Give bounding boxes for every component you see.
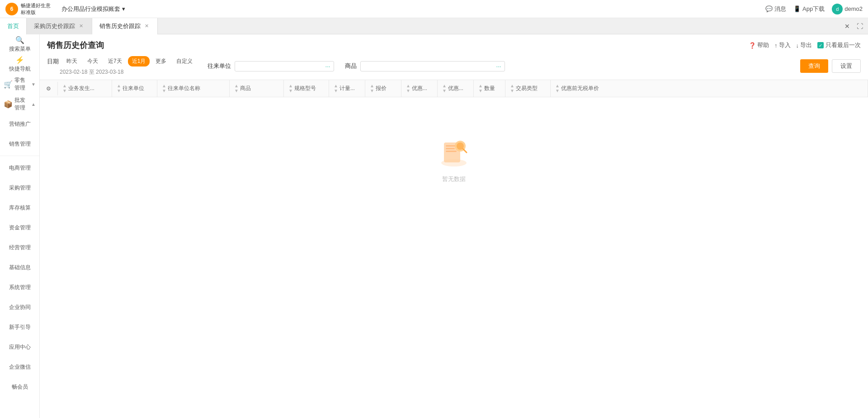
sort-unit-icon: ▲▼ <box>334 84 338 93</box>
tab-purchase-history[interactable]: 采购历史价跟踪 ✕ <box>27 18 92 34</box>
tabbar: 首页 采购历史价跟踪 ✕ 销售历史价跟踪 ✕ ✕ ⛶ <box>0 18 868 34</box>
th-quote-label: 报价 <box>376 85 387 92</box>
date-btn-today[interactable]: 今天 <box>83 56 102 66</box>
only-last-checkbox[interactable]: ✓ <box>817 42 824 48</box>
sidebar-label-system: 系统管理 <box>9 284 31 291</box>
page-actions: ❓ 帮助 ↑ 导入 ↓ 导出 ✓ 只看最后一次 <box>749 41 861 49</box>
th-discount2-label: 优惠... <box>448 85 463 92</box>
sidebar-item-enterprise[interactable]: 企业协同 <box>0 297 39 317</box>
sidebar-item-basic-info[interactable]: 基础信息 <box>0 257 39 277</box>
sidebar-item-wholesale[interactable]: 📦 批发管理 ▲ <box>0 94 39 114</box>
avatar: d <box>832 4 843 14</box>
date-btn-more[interactable]: 更多 <box>151 56 170 66</box>
sidebar-item-guide[interactable]: 新手引导 <box>0 317 39 337</box>
help-button[interactable]: ❓ 帮助 <box>749 41 769 49</box>
th-product[interactable]: ▲▼ 商品 <box>230 80 284 97</box>
th-discount1-label: 优惠... <box>412 85 427 92</box>
sidebar-label-sales-mgmt: 销售管理 <box>9 140 31 148</box>
content-area: 销售历史价查询 ❓ 帮助 ↑ 导入 ↓ 导出 ✓ <box>40 34 868 418</box>
date-label: 日期 <box>47 57 59 66</box>
message-button[interactable]: 💬 消息 <box>765 5 786 13</box>
sidebar-item-shortcut[interactable]: ⚡ 快捷导航 <box>0 54 39 74</box>
filter-row: 日期 昨天 今天 近7天 近1月 更多 自定义 2023-02-18 至 202… <box>47 56 861 76</box>
sidebar-label-search: 搜索菜单 <box>9 45 31 53</box>
sidebar-label-wechat: 企业微信 <box>9 363 31 371</box>
sidebar-item-purchase[interactable]: 采购管理 <box>0 178 39 198</box>
topbar-right: 💬 消息 📱 App下载 d demo2 <box>765 4 863 14</box>
th-spec[interactable]: ▲▼ 规格型号 <box>284 80 329 97</box>
empty-state: 暂无数据 <box>40 97 868 219</box>
svg-rect-4 <box>446 151 457 152</box>
sidebar-item-inventory[interactable]: 库存核算 <box>0 198 39 218</box>
export-button[interactable]: ↓ 导出 <box>796 41 812 49</box>
workspace-label: 办公用品行业模拟账套 <box>61 5 120 13</box>
sidebar-item-system[interactable]: 系统管理 <box>0 277 39 297</box>
maximize-button[interactable]: ⛶ <box>855 22 864 31</box>
sidebar-label-inventory: 库存核算 <box>9 204 31 212</box>
th-trade-label: 交易类型 <box>516 85 538 92</box>
tabbar-actions: ✕ ⛶ <box>843 22 868 31</box>
partner-dots-icon: ··· <box>326 63 330 70</box>
topbar: 6 畅捷通好生意 标准版 办公用品行业模拟账套 ▾ 💬 消息 📱 App下载 d… <box>0 0 868 18</box>
product-input[interactable]: ··· <box>360 61 505 71</box>
product-label: 商品 <box>345 62 357 70</box>
shortcut-icon: ⚡ <box>15 56 24 64</box>
sort-qty-icon: ▲▼ <box>478 84 483 93</box>
th-biz-date[interactable]: ▲▼ 业务发生... <box>58 80 112 97</box>
sidebar-item-marketing[interactable]: 营销推广 <box>0 114 39 134</box>
date-btn-last7[interactable]: 近7天 <box>104 56 126 66</box>
wholesale-icon: 📦 <box>4 100 13 109</box>
tab-sales-close[interactable]: ✕ <box>143 23 150 29</box>
only-last-checkbox-group: ✓ 只看最后一次 <box>817 41 861 49</box>
chevron-down-icon: ▾ <box>122 5 125 12</box>
table-header: ⚙ ▲▼ 业务发生... ▲▼ 往来单位 ▲▼ 往来单位名称 ▲▼ 商品 <box>40 80 868 97</box>
app-download-button[interactable]: 📱 App下载 <box>793 5 825 13</box>
th-partner[interactable]: ▲▼ 往来单位 <box>112 80 157 97</box>
sidebar-item-operations[interactable]: 经营管理 <box>0 238 39 257</box>
th-pretax[interactable]: ▲▼ 优惠前无税单价 <box>551 80 868 97</box>
th-qty-label: 数量 <box>484 85 495 92</box>
sidebar-item-wechat[interactable]: 企业微信 <box>0 357 39 377</box>
import-button[interactable]: ↑ 导入 <box>774 41 791 49</box>
sidebar-item-member[interactable]: 畅会员 <box>0 377 39 397</box>
user-menu[interactable]: d demo2 <box>832 4 863 14</box>
tab-home[interactable]: 首页 <box>0 18 27 34</box>
sidebar-label-marketing: 营销推广 <box>9 120 31 128</box>
th-gear[interactable]: ⚙ <box>40 82 58 95</box>
close-all-button[interactable]: ✕ <box>843 22 852 31</box>
query-button[interactable]: 查询 <box>800 59 828 73</box>
th-discount1[interactable]: ▲▼ 优惠... <box>401 80 438 97</box>
sidebar-item-ecommerce[interactable]: 电商管理 <box>0 158 39 178</box>
date-btn-yesterday[interactable]: 昨天 <box>62 56 81 66</box>
th-quote[interactable]: ▲▼ 报价 <box>365 80 401 97</box>
date-btn-custom[interactable]: 自定义 <box>172 56 197 66</box>
th-trade-type[interactable]: ▲▼ 交易类型 <box>505 80 551 97</box>
th-discount2[interactable]: ▲▼ 优惠... <box>438 80 474 97</box>
date-btn-last1m[interactable]: 近1月 <box>128 56 150 66</box>
sort-quote-icon: ▲▼ <box>370 84 374 93</box>
tab-sales-history[interactable]: 销售历史价跟踪 ✕ <box>92 18 158 34</box>
th-biz-label: 业务发生... <box>68 85 94 92</box>
th-unit[interactable]: ▲▼ 计量... <box>329 80 365 97</box>
tab-purchase-close[interactable]: ✕ <box>78 23 85 29</box>
workspace-selector[interactable]: 办公用品行业模拟账套 ▾ <box>61 5 125 13</box>
sidebar-label-ecommerce: 电商管理 <box>9 164 31 172</box>
sidebar: 🔍 搜索菜单 ⚡ 快捷导航 🛒 零售管理 ▼ 📦 批发管理 ▲ 营销推广 销售管… <box>0 34 40 418</box>
th-qty[interactable]: ▲▼ 数量 <box>474 80 505 97</box>
th-partner-name[interactable]: ▲▼ 往来单位名称 <box>157 80 230 97</box>
sidebar-label-basic-info: 基础信息 <box>9 264 31 271</box>
sidebar-item-sales-mgmt[interactable]: 销售管理 <box>0 134 39 154</box>
sidebar-item-retail[interactable]: 🛒 零售管理 ▼ <box>0 74 39 94</box>
table-container: ⚙ ▲▼ 业务发生... ▲▼ 往来单位 ▲▼ 往来单位名称 ▲▼ 商品 <box>40 80 868 418</box>
import-icon: ↑ <box>774 42 778 49</box>
svg-rect-3 <box>446 148 455 149</box>
setting-button[interactable]: 设置 <box>832 59 861 73</box>
product-dots-icon: ··· <box>496 63 501 70</box>
partner-input[interactable]: ··· <box>235 61 334 71</box>
sidebar-item-app-center[interactable]: 应用中心 <box>0 337 39 357</box>
th-pretax-label: 优惠前无税单价 <box>561 85 599 92</box>
sidebar-item-finance[interactable]: 资金管理 <box>0 218 39 238</box>
sidebar-item-search[interactable]: 🔍 搜索菜单 <box>0 34 39 54</box>
sidebar-label-app-center: 应用中心 <box>9 343 31 351</box>
message-label: 消息 <box>774 5 786 13</box>
